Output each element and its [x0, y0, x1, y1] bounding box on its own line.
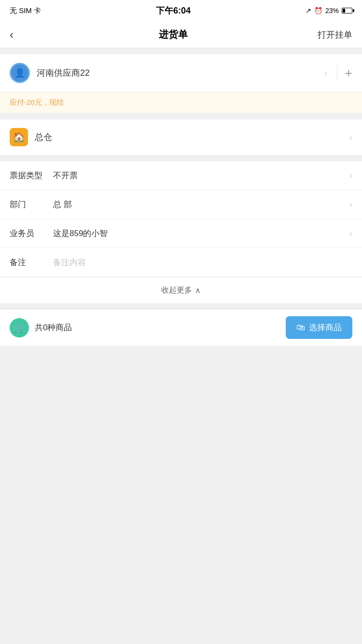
- product-icon: 🛒: [10, 318, 29, 337]
- back-button[interactable]: ‹: [10, 28, 29, 42]
- warehouse-name: 总仓: [35, 131, 349, 143]
- section-divider-1: [0, 48, 362, 54]
- department-chevron-icon: ›: [349, 199, 352, 210]
- notice-text: 应付-20元，现结: [10, 98, 64, 106]
- supplier-card: 👤 河南供应商22 › + 应付-20元，现结: [0, 54, 362, 113]
- vertical-divider: [337, 66, 337, 80]
- section-divider-2: [0, 113, 362, 119]
- warehouse-chevron-icon: ›: [349, 132, 352, 142]
- avatar-icon: 👤: [14, 68, 25, 78]
- product-count-text: 共0种商品: [35, 322, 286, 333]
- form-card: 票据类型 不开票 › 部门 总 部 › 业务员 这是859的小智 › 备注 备注…: [0, 161, 362, 303]
- salesperson-value: 这是859的小智: [53, 228, 349, 239]
- department-label: 部门: [10, 199, 53, 210]
- department-value: 总 部: [53, 199, 349, 210]
- bottom-bar: 🛒 共0种商品 🛍 选择商品: [0, 309, 362, 346]
- battery-icon: [342, 8, 352, 14]
- select-product-button[interactable]: 🛍 选择商品: [286, 316, 352, 339]
- carrier-text: 无 SIM 卡: [10, 6, 41, 15]
- status-icons: ↗ ⏰ 23%: [306, 7, 352, 14]
- open-pending-button[interactable]: 打开挂单: [318, 29, 352, 41]
- supplier-name: 河南供应商22: [37, 67, 324, 79]
- avatar-inner: 👤: [11, 64, 28, 82]
- collapse-label: 收起更多: [161, 285, 192, 295]
- status-bar: 无 SIM 卡 下午6:04 ↗ ⏰ 23%: [0, 0, 362, 21]
- remark-placeholder: 备注内容: [53, 257, 352, 268]
- salesperson-label: 业务员: [10, 228, 53, 239]
- time-text: 下午6:04: [156, 5, 191, 16]
- collapse-row[interactable]: 收起更多 ∧: [0, 277, 362, 303]
- salesperson-chevron-icon: ›: [349, 228, 352, 238]
- department-row[interactable]: 部门 总 部 ›: [0, 190, 362, 219]
- salesperson-row[interactable]: 业务员 这是859的小智 ›: [0, 219, 362, 248]
- location-icon: ↗: [306, 7, 311, 14]
- notice-bar: 应付-20元，现结: [0, 92, 362, 113]
- warehouse-emoji-icon: 🏠: [13, 131, 25, 143]
- supplier-row[interactable]: 👤 河南供应商22 › +: [0, 54, 362, 92]
- page-title: 进货单: [159, 28, 188, 41]
- select-product-icon: 🛍: [296, 322, 305, 333]
- alarm-icon: ⏰: [314, 7, 322, 14]
- remark-row[interactable]: 备注 备注内容: [0, 248, 362, 277]
- remark-label: 备注: [10, 257, 53, 268]
- supplier-chevron-icon: ›: [324, 68, 327, 78]
- nav-bar: ‹ 进货单 打开挂单: [0, 21, 362, 48]
- invoice-type-label: 票据类型: [10, 170, 53, 181]
- cart-icon: 🛒: [14, 322, 26, 334]
- invoice-type-chevron-icon: ›: [349, 170, 352, 181]
- section-divider-4: [0, 303, 362, 309]
- invoice-type-row[interactable]: 票据类型 不开票 ›: [0, 161, 362, 190]
- supplier-avatar: 👤: [10, 63, 30, 83]
- add-supplier-button[interactable]: +: [345, 66, 352, 81]
- warehouse-icon: 🏠: [10, 128, 28, 146]
- battery-percent: 23%: [325, 7, 339, 14]
- select-product-label: 选择商品: [309, 322, 342, 333]
- footer-space: [0, 346, 362, 481]
- section-divider-3: [0, 155, 362, 161]
- warehouse-row[interactable]: 🏠 总仓 ›: [0, 119, 362, 155]
- collapse-arrow-icon: ∧: [195, 286, 201, 295]
- invoice-type-value: 不开票: [53, 170, 349, 181]
